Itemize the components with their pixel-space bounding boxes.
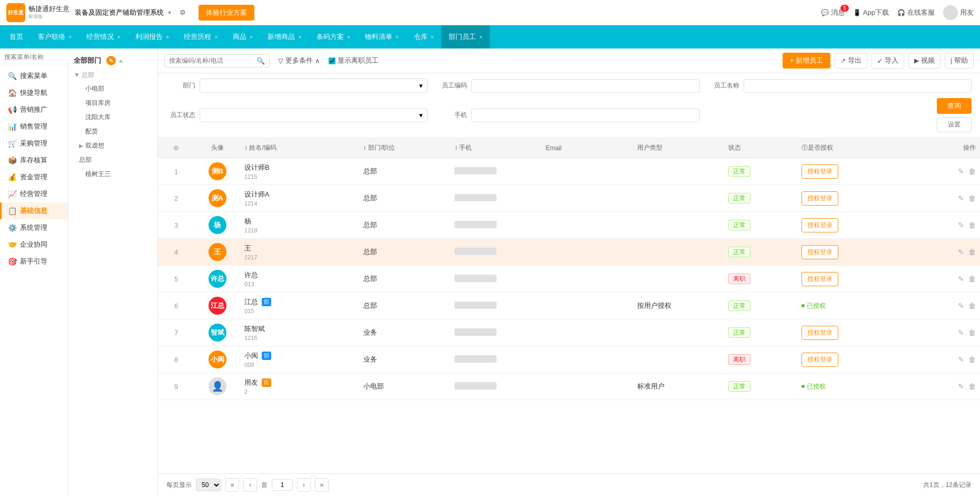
- search-input[interactable]: [169, 57, 253, 64]
- nav-item-条码方案[interactable]: 条码方案×: [309, 25, 358, 48]
- sidebar-item-经营管理[interactable]: 📈 经营管理: [0, 186, 68, 202]
- col-header-settings[interactable]: ⚙: [158, 138, 194, 158]
- per-page-select[interactable]: 50: [196, 479, 221, 491]
- app-download-button[interactable]: 📱 App下载: [853, 8, 889, 17]
- delete-icon[interactable]: 🗑: [968, 382, 976, 391]
- sidebar-item-快捷导航[interactable]: 🏠 快捷导航: [0, 84, 68, 101]
- nav-close-icon[interactable]: ×: [68, 34, 72, 40]
- nav-item-经营历程[interactable]: 经营历程×: [176, 25, 225, 48]
- edit-icon[interactable]: ✎: [958, 167, 964, 176]
- nav-close-icon[interactable]: ×: [166, 34, 169, 40]
- show-resign-checkbox[interactable]: [329, 57, 335, 64]
- online-service-button[interactable]: 🎧 在线客服: [897, 8, 935, 17]
- sidebar-item-企业协同[interactable]: 🤝 企业协同: [0, 236, 68, 253]
- sidebar-item-基础信息[interactable]: 📋 基础信息: [0, 202, 68, 219]
- edit-icon[interactable]: ✎: [958, 194, 964, 202]
- auth-button[interactable]: 授权登录: [801, 164, 838, 179]
- prev-page-button[interactable]: ‹: [243, 478, 257, 492]
- sidebar-item-新手引导[interactable]: 🎯 新手引导: [0, 253, 68, 270]
- sidebar-item-搜索菜单[interactable]: 🔍 搜索菜单: [0, 67, 68, 84]
- col-header-dept[interactable]: ↕ 部门/职位: [359, 138, 450, 158]
- dept-item-shuangxuxiang[interactable]: ▶ 双虚想: [68, 139, 157, 153]
- edit-icon[interactable]: ✎: [958, 382, 964, 391]
- show-resign-label[interactable]: 显示离职员工: [329, 56, 379, 65]
- delete-icon[interactable]: 🗑: [968, 248, 976, 256]
- nav-item-新增商品[interactable]: 新增商品×: [260, 25, 309, 48]
- title-dropdown-icon[interactable]: ▾: [168, 9, 171, 16]
- nav-item-首页[interactable]: 首页: [2, 25, 31, 48]
- dept-edit-icon[interactable]: ✎: [106, 56, 116, 65]
- last-page-button[interactable]: »: [315, 478, 329, 492]
- nav-close-icon[interactable]: ×: [250, 34, 253, 40]
- nav-item-商品[interactable]: 商品×: [225, 25, 260, 48]
- trial-button[interactable]: 体验行业方案: [199, 5, 254, 21]
- dept-item-peihuo[interactable]: 配货: [68, 124, 157, 139]
- nav-close-icon[interactable]: ×: [479, 34, 482, 40]
- nav-close-icon[interactable]: ×: [395, 34, 399, 40]
- edit-icon[interactable]: ✎: [958, 355, 964, 364]
- dept-tree-header[interactable]: 全部部门 ✎ «: [68, 53, 157, 69]
- edit-icon[interactable]: ✎: [958, 328, 964, 337]
- nav-item-经营情况[interactable]: 经营情况×: [79, 25, 127, 48]
- dept-item-zongbu[interactable]: 总部: [68, 153, 157, 167]
- auth-button[interactable]: 授权登录: [801, 191, 838, 206]
- empstatus-filter-select[interactable]: ▾: [200, 108, 428, 122]
- sidebar-item-库存核算[interactable]: 📦 库存核算: [0, 152, 68, 169]
- export-button[interactable]: ↗ 导出: [835, 53, 867, 69]
- sidebar-item-销售管理[interactable]: 📊 销售管理: [0, 118, 68, 135]
- edit-icon[interactable]: ✎: [958, 221, 964, 229]
- sidebar-item-营销推广[interactable]: 📢 营销推广: [0, 101, 68, 118]
- sidebar-item-资金管理[interactable]: 💰 资金管理: [0, 169, 68, 186]
- delete-icon[interactable]: 🗑: [968, 355, 976, 364]
- delete-icon[interactable]: 🗑: [968, 167, 976, 176]
- dept-item-xiaodianbu[interactable]: 小电部: [68, 82, 157, 96]
- next-page-button[interactable]: ›: [297, 478, 311, 492]
- nav-item-物料清单[interactable]: 物料清单×: [358, 25, 406, 48]
- empcode-filter-input[interactable]: [471, 79, 699, 93]
- empname-filter-input[interactable]: [744, 79, 972, 93]
- dept-filter-select[interactable]: ▾: [200, 79, 428, 93]
- nav-close-icon[interactable]: ×: [298, 34, 301, 40]
- auth-button[interactable]: 授权登录: [801, 245, 838, 259]
- sidebar-item-采购管理[interactable]: 🛒 采购管理: [0, 135, 68, 152]
- auth-button[interactable]: 授权登录: [801, 218, 838, 232]
- dept-item-zhishu[interactable]: 植树王三: [68, 167, 157, 181]
- auth-button[interactable]: 授权登录: [801, 272, 838, 286]
- message-button[interactable]: 💬 消息 5: [821, 8, 845, 17]
- search-button[interactable]: 查询: [937, 98, 972, 114]
- dept-item-shenyang[interactable]: 沈阳大库: [68, 110, 157, 124]
- nav-item-仓库[interactable]: 仓库×: [407, 25, 441, 48]
- sidebar-item-系统管理[interactable]: ⚙️ 系统管理: [0, 219, 68, 236]
- nav-item-利润报告[interactable]: 利润报告×: [128, 25, 176, 48]
- nav-close-icon[interactable]: ×: [214, 34, 217, 40]
- auth-button[interactable]: 授权登录: [801, 353, 838, 367]
- nav-item-部门员工[interactable]: 部门员工×: [441, 25, 490, 48]
- dept-item-xiangmu[interactable]: 项目库房: [68, 96, 157, 110]
- delete-icon[interactable]: 🗑: [968, 221, 976, 229]
- delete-icon[interactable]: 🗑: [968, 275, 976, 283]
- edit-icon[interactable]: ✎: [958, 275, 964, 283]
- edit-icon[interactable]: ✎: [958, 302, 964, 310]
- more-filter-button[interactable]: ▽ 更多条件 ∧: [274, 54, 324, 67]
- set-button[interactable]: 设置: [937, 117, 972, 132]
- edit-icon[interactable]: ✎: [958, 248, 964, 256]
- phone-filter-input[interactable]: [471, 109, 699, 122]
- nav-close-icon[interactable]: ×: [347, 34, 350, 40]
- auth-button[interactable]: 授权登录: [801, 326, 838, 340]
- delete-icon[interactable]: 🗑: [968, 194, 976, 202]
- nav-close-icon[interactable]: ×: [431, 34, 434, 40]
- nav-close-icon[interactable]: ×: [117, 34, 120, 40]
- delete-icon[interactable]: 🗑: [968, 328, 976, 337]
- gear-button[interactable]: ⚙: [175, 5, 190, 20]
- view-button[interactable]: ▶ 视频: [908, 53, 941, 69]
- page-number-input[interactable]: [272, 479, 293, 491]
- col-header-name[interactable]: ↕ 姓名/编码: [240, 138, 359, 158]
- nav-item-客户联络[interactable]: 客户联络×: [31, 25, 79, 48]
- col-header-phone[interactable]: ↕ 手机: [450, 138, 541, 158]
- first-page-button[interactable]: «: [225, 478, 239, 492]
- delete-icon[interactable]: 🗑: [968, 302, 976, 310]
- help-button[interactable]: | 帮助: [945, 53, 974, 69]
- user-menu[interactable]: 用友: [943, 5, 974, 20]
- add-employee-button[interactable]: + 新增员工: [783, 53, 830, 69]
- import-button[interactable]: ↙ 导入: [872, 53, 904, 69]
